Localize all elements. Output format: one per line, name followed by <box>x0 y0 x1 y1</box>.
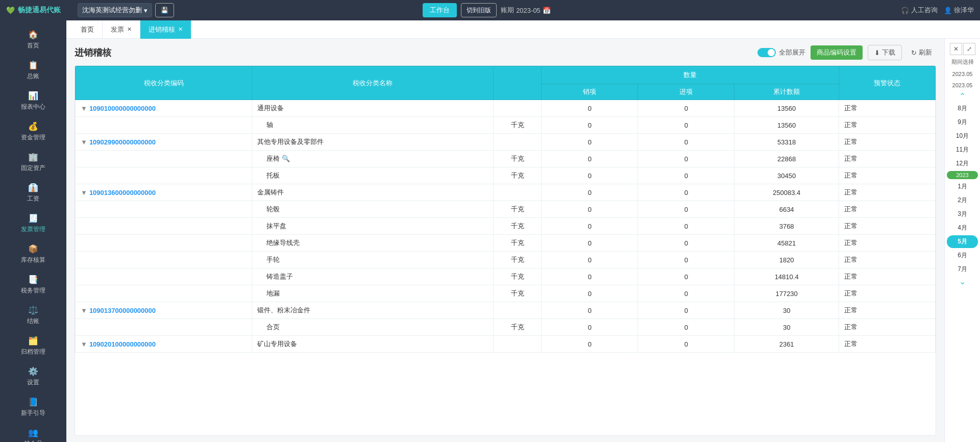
child-unit-cell: 千克 <box>493 319 541 336</box>
expand-arrow[interactable]: ▼ <box>81 307 87 314</box>
save-icon-button[interactable]: 💾 <box>155 3 174 17</box>
period-12[interactable]: 12月 <box>947 157 978 170</box>
child-sales-cell: 0 <box>542 167 638 184</box>
search-icon[interactable]: 🔍 <box>282 155 290 162</box>
group-name-cell: 金属铸件 <box>252 184 493 201</box>
period-10[interactable]: 10月 <box>947 130 978 142</box>
sidebar-item-settings[interactable]: ⚙️ 设置 <box>0 361 66 392</box>
child-status-cell: 正常 <box>839 218 936 235</box>
group-purchase-cell: 0 <box>638 184 734 201</box>
sidebar-label-reports: 报表中心 <box>21 103 45 111</box>
child-sales-cell: 0 <box>542 268 638 285</box>
child-status-cell: 正常 <box>839 252 936 268</box>
sidebar-item-tax[interactable]: 📑 税务管理 <box>0 269 66 300</box>
period-3[interactable]: 3月 <box>947 208 978 220</box>
group-status-cell: 正常 <box>839 134 936 151</box>
group-unit-cell <box>493 184 541 201</box>
period-9[interactable]: 9月 <box>947 116 978 129</box>
group-total-cell: 13560 <box>734 100 839 117</box>
sidebar-item-salary[interactable]: 👔 工资 <box>0 178 66 208</box>
group-sales-cell: 0 <box>542 336 638 353</box>
child-code-cell <box>76 285 252 302</box>
top-right: 🎧 人工咨询 👤 徐泽华 <box>901 6 974 15</box>
calendar-icon: 📅 <box>543 7 551 14</box>
refresh-button[interactable]: ↻ 刷新 <box>907 45 936 60</box>
sidebar-label-salary: 工资 <box>27 194 39 203</box>
sidebar-item-guide[interactable]: 📘 新手引导 <box>0 392 66 423</box>
group-status-cell: 正常 <box>839 336 936 353</box>
support-button[interactable]: 🎧 人工咨询 <box>901 6 938 15</box>
child-sales-cell: 0 <box>542 151 638 167</box>
sidebar-label-member: 畅会员 <box>24 439 42 442</box>
download-button[interactable]: ⬇ 下载 <box>868 45 902 60</box>
period-6[interactable]: 6月 <box>947 249 978 262</box>
period-down-arrow[interactable]: ⌄ <box>959 277 966 286</box>
user-info: 👤 徐泽华 <box>944 6 974 15</box>
child-code-cell <box>76 319 252 336</box>
tab-reconcile[interactable]: 进销稽核 ✕ <box>140 20 191 39</box>
product-code-button[interactable]: 商品编码设置 <box>811 45 863 60</box>
sidebar-item-inventory[interactable]: 📦 库存核算 <box>0 239 66 269</box>
company-selector[interactable]: 沈海英测试经营勿删 ▾ <box>78 3 152 17</box>
archive-icon: 🗂️ <box>28 336 38 346</box>
close-reconcile-tab-icon[interactable]: ✕ <box>178 26 183 33</box>
child-code-cell <box>76 201 252 218</box>
workbench-button[interactable]: 工作台 <box>423 3 457 17</box>
sidebar-item-home[interactable]: 🏠 首页 <box>0 24 66 55</box>
tab-invoice[interactable]: 发票 ✕ <box>103 20 140 39</box>
chevron-down-icon: ▾ <box>144 7 148 14</box>
sidebar-item-ledger[interactable]: 📋 总账 <box>0 55 66 86</box>
period-8[interactable]: 8月 <box>947 102 978 115</box>
child-status-cell: 正常 <box>839 201 936 218</box>
settlement-icon: ⚖️ <box>28 305 38 315</box>
sidebar-item-settlement[interactable]: ⚖️ 结账 <box>0 300 66 331</box>
company-name: 沈海英测试经营勿删 <box>82 6 142 15</box>
period-up-arrow[interactable]: ⌃ <box>959 91 966 101</box>
group-status-cell: 正常 <box>839 302 936 319</box>
period-7[interactable]: 7月 <box>947 263 978 276</box>
main-layout: 🏠 首页 📋 总账 📊 报表中心 💰 资金管理 🏢 固定资产 👔 工资 🧾 发票… <box>0 20 980 442</box>
group-sales-cell: 0 <box>542 134 638 151</box>
group-sales-cell: 0 <box>542 302 638 319</box>
period-2[interactable]: 2月 <box>947 194 978 207</box>
child-unit-cell: 千克 <box>493 268 541 285</box>
sidebar-item-finance[interactable]: 💰 资金管理 <box>0 116 66 147</box>
close-invoice-tab-icon[interactable]: ✕ <box>127 26 132 33</box>
period-header-2[interactable]: 2023.05 <box>947 80 978 90</box>
child-status-cell: 正常 <box>839 319 936 336</box>
period-header-1[interactable]: 2023.05 <box>947 69 978 79</box>
switch-version-button[interactable]: 切到旧版 <box>461 3 497 17</box>
tab-home[interactable]: 首页 <box>72 20 103 39</box>
child-total-cell: 30 <box>734 319 839 336</box>
expand-toggle[interactable]: 全部展开 <box>757 48 805 57</box>
expand-arrow[interactable]: ▼ <box>81 189 87 197</box>
sidebar-item-member[interactable]: 👥 畅会员 <box>0 423 66 442</box>
finance-icon: 💰 <box>28 121 38 131</box>
expand-arrow[interactable]: ▼ <box>81 138 87 146</box>
col-sales: 销项 <box>542 84 638 100</box>
child-unit-cell: 千克 <box>493 201 541 218</box>
panel-close-button[interactable]: ✕ <box>950 43 962 55</box>
child-purchase-cell: 0 <box>638 218 734 235</box>
panel-expand-button[interactable]: ⤢ <box>963 43 975 55</box>
sidebar-label-settlement: 结账 <box>27 317 39 326</box>
sidebar-item-assets[interactable]: 🏢 固定资产 <box>0 147 66 178</box>
switch-track[interactable] <box>757 48 776 57</box>
refresh-icon: ↻ <box>911 49 917 57</box>
period-5-current[interactable]: 5月 <box>947 235 978 248</box>
expand-arrow[interactable]: ▼ <box>81 105 87 112</box>
sidebar-item-archive[interactable]: 🗂️ 归档管理 <box>0 331 66 361</box>
group-code-cell: ▼109029900000000000 <box>76 134 252 151</box>
sidebar-item-invoice[interactable]: 🧾 发票管理 <box>0 208 66 239</box>
sidebar-item-reports[interactable]: 📊 报表中心 <box>0 86 66 116</box>
expand-arrow[interactable]: ▼ <box>81 340 87 348</box>
table-body: ▼109010000000000000 通用设备 0 0 13560 正常 轴 … <box>76 100 936 353</box>
child-unit-cell: 千克 <box>493 218 541 235</box>
year-2023[interactable]: 2023 <box>947 171 978 179</box>
child-name-cell: 抹平盘 <box>252 218 493 235</box>
period-4[interactable]: 4月 <box>947 222 978 234</box>
period-11[interactable]: 11月 <box>947 143 978 156</box>
inventory-icon: 📦 <box>28 244 38 254</box>
child-sales-cell: 0 <box>542 117 638 134</box>
period-1[interactable]: 1月 <box>947 180 978 193</box>
